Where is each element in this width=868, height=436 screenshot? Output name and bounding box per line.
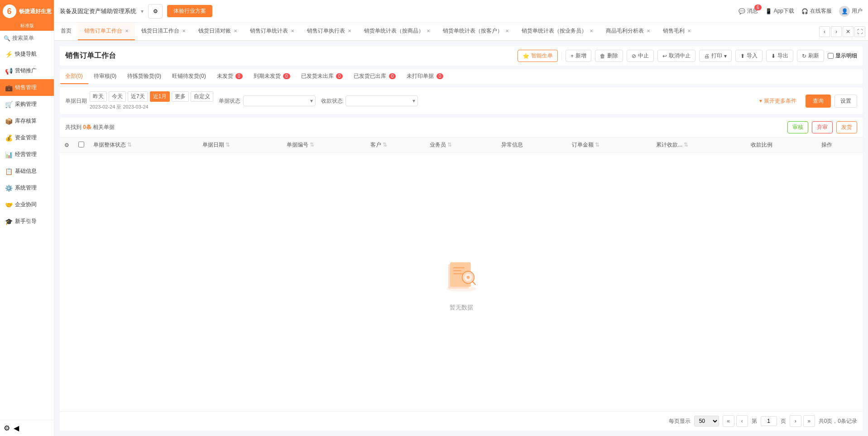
- date-btn-custom[interactable]: 自定义: [191, 91, 213, 102]
- tab-cargo-stats-customer[interactable]: 销货单统计表（按客户） ✕: [436, 23, 515, 40]
- topbar-gear-btn[interactable]: ⚙: [148, 4, 163, 19]
- delete-button[interactable]: 🗑 删除: [595, 50, 623, 62]
- sidebar-item-purchase[interactable]: 🛒 采购管理: [0, 96, 54, 113]
- first-page-btn[interactable]: «: [723, 415, 734, 427]
- sort-icon: ⇅: [225, 142, 230, 148]
- status-label: 单据状态: [219, 97, 240, 105]
- sidebar-item-guide[interactable]: 🎓 新手引导: [0, 213, 54, 230]
- tab-scroll-left-btn[interactable]: ‹: [819, 26, 830, 37]
- tab-close-icon[interactable]: ✕: [647, 28, 650, 33]
- date-btn-yesterday[interactable]: 昨天: [90, 91, 107, 102]
- show-detail-input[interactable]: [828, 53, 834, 59]
- message-badge: 6: [754, 5, 762, 10]
- add-button[interactable]: + 新增: [566, 50, 591, 62]
- next-page-btn[interactable]: ›: [790, 415, 801, 427]
- subtab-wangpu-ship[interactable]: 旺铺待发货(0): [167, 69, 211, 84]
- tab-close-icon[interactable]: ✕: [687, 28, 691, 33]
- sidebar-search[interactable]: 🔍 搜索菜单: [0, 31, 54, 46]
- tab-close-icon[interactable]: ✕: [234, 28, 237, 33]
- status-select[interactable]: [243, 95, 316, 106]
- tab-gross-margin[interactable]: 商品毛利分析表 ✕: [599, 23, 657, 40]
- smart-create-button[interactable]: ⭐ 智能生单: [518, 50, 558, 62]
- refresh-button[interactable]: ↻ 刷新: [797, 50, 824, 62]
- tab-close-icon[interactable]: ✕: [125, 28, 129, 33]
- cancel-review-button[interactable]: 弃审: [812, 121, 833, 133]
- select-all-checkbox[interactable]: [78, 142, 84, 147]
- tab-cash-daily[interactable]: 钱货日清工作台 ✕: [135, 23, 192, 40]
- tab-close-icon[interactable]: ✕: [182, 28, 186, 33]
- page-size-select[interactable]: 20 50 100: [694, 416, 719, 427]
- tab-close-icon[interactable]: ✕: [348, 28, 351, 33]
- last-page-btn[interactable]: »: [803, 415, 815, 427]
- tab-fullscreen-btn[interactable]: ⛶: [854, 26, 865, 37]
- tab-close-icon[interactable]: ✕: [291, 28, 294, 33]
- tab-sales-stats[interactable]: 销售订单统计表 ✕: [244, 23, 301, 40]
- subtab-expired-not-shipped[interactable]: 到期未发货 0: [248, 69, 296, 84]
- tab-close-all-btn[interactable]: ✕: [843, 26, 854, 37]
- tab-home[interactable]: 首页: [54, 23, 78, 40]
- settings-col-icon[interactable]: ⚙: [64, 142, 69, 148]
- subtab-pending-review[interactable]: 待审核(0): [88, 69, 122, 84]
- app-download-btn[interactable]: 📱 App下载: [765, 7, 794, 15]
- sidebar-item-sales[interactable]: 💼 销售管理: [0, 79, 54, 96]
- user-menu[interactable]: 👤 用户: [839, 6, 863, 17]
- sidebar-item-operation[interactable]: 📊 经营管理: [0, 146, 54, 163]
- plus-icon: +: [571, 53, 574, 59]
- settings-icon[interactable]: ⚙: [4, 424, 10, 432]
- page-number-input[interactable]: [761, 416, 777, 426]
- sidebar-item-marketing[interactable]: 📢 营销推广: [0, 62, 54, 79]
- tab-cargo-stats-product[interactable]: 销货单统计表（按商品） ✕: [358, 23, 436, 40]
- subtab-shipped-not-out[interactable]: 已发货未出库 0: [296, 69, 349, 84]
- ship-button[interactable]: 发货: [836, 121, 857, 133]
- message-icon-btn[interactable]: 💬 6 消息: [739, 7, 758, 15]
- sidebar-item-basic-info[interactable]: 📋 基础信息: [0, 163, 54, 180]
- prev-page-btn[interactable]: ‹: [736, 415, 748, 427]
- sidebar-item-cooperation[interactable]: 🤝 企业协同: [0, 196, 54, 213]
- cancel-stop-button[interactable]: ↩ 取消中止: [657, 50, 695, 62]
- date-btn-today[interactable]: 今天: [109, 91, 126, 102]
- show-detail-checkbox[interactable]: 显示明细: [828, 52, 857, 60]
- sidebar-item-finance[interactable]: 💰 资金管理: [0, 129, 54, 146]
- subtab-all[interactable]: 全部(0): [60, 69, 88, 84]
- set-button[interactable]: 设置: [834, 95, 857, 108]
- tab-scroll-right-btn[interactable]: ›: [831, 26, 842, 37]
- sort-icon: ⇅: [684, 142, 688, 148]
- col-amount: 订单金额⇅: [567, 137, 652, 153]
- subtab-pending-inspect[interactable]: 待拣货验货(0): [122, 69, 167, 84]
- expired-badge: 0: [283, 73, 290, 79]
- subtab-not-printed[interactable]: 未打印单据 0: [401, 69, 449, 84]
- table-toolbar: 共找到 0条 相关单据 审核 弃审 发货: [60, 118, 863, 137]
- chevron-down-icon[interactable]: ▾: [141, 8, 144, 14]
- date-btn-1month[interactable]: 近1月: [150, 91, 170, 102]
- print-button[interactable]: 🖨 打印 ▾: [699, 50, 732, 62]
- date-btn-7days[interactable]: 近7天: [128, 91, 148, 102]
- tab-close-icon[interactable]: ✕: [427, 28, 430, 33]
- logo-icon: 6: [3, 5, 16, 18]
- tab-cargo-stats-staff[interactable]: 销货单统计表（按业务员） ✕: [515, 23, 599, 40]
- tab-sales-exec[interactable]: 销售订单执行表 ✕: [301, 23, 358, 40]
- review-button[interactable]: 审核: [787, 121, 808, 133]
- sidebar-item-quick-nav[interactable]: ⚡ 快捷导航: [0, 46, 54, 62]
- sidebar-item-label: 新手引导: [15, 218, 37, 225]
- online-service-btn[interactable]: 🎧 在线客服: [801, 7, 832, 15]
- tab-sales-workbench[interactable]: 销售订单工作台 ✕: [78, 23, 135, 40]
- tab-cash-reconcile[interactable]: 钱货日清对账 ✕: [192, 23, 244, 40]
- date-btn-more[interactable]: 更多: [172, 91, 189, 102]
- payment-select[interactable]: [345, 95, 418, 106]
- industry-solution-button[interactable]: 体验行业方案: [167, 5, 212, 17]
- col-action: 操作: [817, 137, 863, 153]
- filter-expand-btn[interactable]: ▾ 展开更多条件: [759, 97, 796, 105]
- export-button[interactable]: ⬇ 导出: [766, 50, 793, 62]
- subtab-shipped-out[interactable]: 已发货已出库 0: [348, 69, 401, 84]
- sidebar-item-inventory[interactable]: 📦 库存核算: [0, 113, 54, 129]
- tab-close-icon[interactable]: ✕: [590, 28, 593, 33]
- stop-button[interactable]: ⊘ 中止: [627, 50, 654, 62]
- collapse-icon[interactable]: ◀: [14, 424, 19, 432]
- tab-sales-profit[interactable]: 销售毛利 ✕: [657, 23, 697, 40]
- home-tab-label: 首页: [61, 27, 72, 35]
- query-button[interactable]: 查询: [806, 95, 831, 108]
- sidebar-item-system[interactable]: ⚙️ 系统管理: [0, 180, 54, 196]
- tab-close-icon[interactable]: ✕: [505, 28, 509, 33]
- import-button[interactable]: ⬆ 导入: [735, 50, 762, 62]
- subtab-not-shipped[interactable]: 未发货 0: [211, 69, 248, 84]
